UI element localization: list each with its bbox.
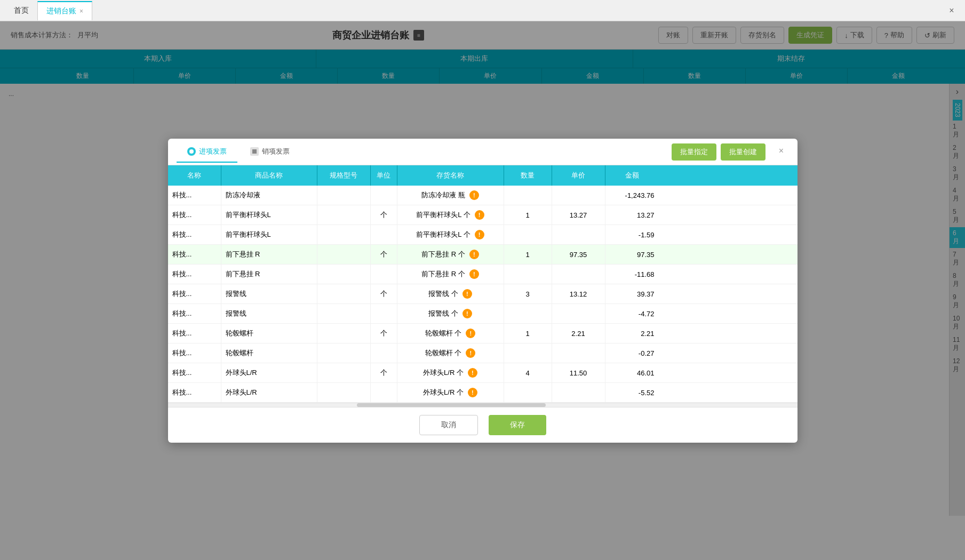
table-row: 科技... 报警线 报警线 个 ! -4.72 <box>168 304 797 324</box>
cell-price-7 <box>552 304 605 323</box>
warning-icon-5: ! <box>469 269 479 279</box>
batch-specify-button[interactable]: 批量指定 <box>672 143 716 161</box>
cell-amount-10: 46.01 <box>605 363 659 382</box>
cell-qty-4: 1 <box>504 245 552 264</box>
cell-unit-6: 个 <box>371 284 397 303</box>
cell-unit-7 <box>371 304 397 323</box>
save-button[interactable]: 保存 <box>489 415 546 435</box>
main-area: 销售成本计算方法： 月平均 商贸企业进销台账 ≡ 对账 重新开账 存货别名 生成… <box>0 21 965 560</box>
cell-amount-11: -5.52 <box>605 383 659 402</box>
col-header-spec: 规格型号 <box>317 165 371 186</box>
cell-qty-6: 3 <box>504 284 552 303</box>
horizontal-scrollbar[interactable] <box>168 403 797 407</box>
cell-spec-3 <box>317 225 371 244</box>
table-row: 科技... 前平衡杆球头L 前平衡杆球头L 个 ! -1.59 <box>168 225 797 245</box>
cell-stock-4: 前下悬挂 R 个 ! <box>397 245 504 264</box>
cell-name-1: 科技... <box>168 186 221 205</box>
cell-price-3 <box>552 225 605 244</box>
warning-icon-9: ! <box>466 348 475 358</box>
table-row: 科技... 轮毂螺杆 轮毂螺杆 个 ! -0.27 <box>168 343 797 363</box>
table-header-row: 名称 商品名称 规格型号 单位 存货名称 数量 单价 金额 <box>168 165 797 186</box>
cell-stock-8: 轮毂螺杆 个 ! <box>397 324 504 343</box>
cell-name-10: 科技... <box>168 363 221 382</box>
tab-home-label: 首页 <box>14 6 29 15</box>
table-row: 科技... 报警线 个 报警线 个 ! 3 13.12 39.37 <box>168 284 797 304</box>
cell-spec-2 <box>317 205 371 225</box>
cell-product-1: 防冻冷却液 <box>221 186 317 205</box>
cell-product-5: 前下悬挂 R <box>221 265 317 284</box>
warning-icon-4: ! <box>469 250 479 259</box>
warning-icon-1: ! <box>469 190 479 200</box>
dialog-tabs: 进项发票 销项发票 <box>177 141 300 163</box>
window-close-button[interactable]: × <box>944 3 960 19</box>
cell-amount-8: 2.21 <box>605 324 659 343</box>
cell-stock-5: 前下悬挂 R 个 ! <box>397 265 504 284</box>
col-header-price: 单价 <box>552 165 605 186</box>
cell-unit-1 <box>371 186 397 205</box>
cancel-button[interactable]: 取消 <box>419 415 478 435</box>
cell-spec-10 <box>317 363 371 382</box>
cell-price-11 <box>552 383 605 402</box>
warning-icon-6: ! <box>462 289 472 299</box>
dialog-overlay: 进项发票 销项发票 批量指定 批量创建 × <box>0 21 965 560</box>
cell-unit-9 <box>371 343 397 363</box>
cell-price-5 <box>552 265 605 284</box>
col-header-unit: 单位 <box>371 165 397 186</box>
cell-qty-7 <box>504 304 552 323</box>
cell-unit-10: 个 <box>371 363 397 382</box>
dialog-tab-purchase-label: 进项发票 <box>199 147 227 156</box>
cell-amount-2: 13.27 <box>605 205 659 225</box>
cell-amount-7: -4.72 <box>605 304 659 323</box>
tab-home[interactable]: 首页 <box>5 2 37 20</box>
cell-name-7: 科技... <box>168 304 221 323</box>
tab-ledger-close[interactable]: × <box>79 7 83 15</box>
tab-bar: 首页 进销台账 × × <box>0 0 965 21</box>
cell-spec-9 <box>317 343 371 363</box>
cell-price-6: 13.12 <box>552 284 605 303</box>
cell-qty-5 <box>504 265 552 284</box>
tab-ledger[interactable]: 进销台账 × <box>37 1 92 20</box>
warning-icon-10: ! <box>468 368 477 378</box>
cell-product-8: 轮毂螺杆 <box>221 324 317 343</box>
cell-name-4: 科技... <box>168 245 221 264</box>
cell-qty-1 <box>504 186 552 205</box>
table-row: 科技... 防冻冷却液 防冻冷却液 瓶 ! -1,243.76 <box>168 186 797 205</box>
cell-stock-3: 前平衡杆球头L 个 ! <box>397 225 504 244</box>
dialog-header: 进项发票 销项发票 批量指定 批量创建 × <box>168 139 797 165</box>
dialog-tab-purchase[interactable]: 进项发票 <box>177 141 237 163</box>
cell-qty-10: 4 <box>504 363 552 382</box>
cell-spec-5 <box>317 265 371 284</box>
sales-tab-icon <box>250 147 259 156</box>
tab-ledger-label: 进销台账 <box>46 6 76 16</box>
table-row: 科技... 外球头L/R 个 外球头L/R 个 ! 4 11.50 46.01 <box>168 363 797 383</box>
cell-name-9: 科技... <box>168 343 221 363</box>
batch-create-button[interactable]: 批量创建 <box>721 143 765 161</box>
cell-qty-9 <box>504 343 552 363</box>
cell-product-4: 前下悬挂 R <box>221 245 317 264</box>
cell-unit-2: 个 <box>371 205 397 225</box>
cell-qty-3 <box>504 225 552 244</box>
cell-price-1 <box>552 186 605 205</box>
table-row: 科技... 前下悬挂 R 前下悬挂 R 个 ! -11.68 <box>168 265 797 284</box>
dialog-tab-sales[interactable]: 销项发票 <box>240 141 300 163</box>
table-row: 科技... 外球头L/R 外球头L/R 个 ! -5.52 <box>168 383 797 403</box>
table-row: 科技... 轮毂螺杆 个 轮毂螺杆 个 ! 1 2.21 2.21 <box>168 324 797 343</box>
cell-qty-11 <box>504 383 552 402</box>
cell-amount-3: -1.59 <box>605 225 659 244</box>
cell-spec-6 <box>317 284 371 303</box>
cell-amount-6: 39.37 <box>605 284 659 303</box>
dialog-close-button[interactable]: × <box>774 143 789 158</box>
cell-stock-10: 外球头L/R 个 ! <box>397 363 504 382</box>
cell-spec-1 <box>317 186 371 205</box>
col-header-amount: 金额 <box>605 165 659 186</box>
scrollbar-thumb[interactable] <box>357 403 546 407</box>
cell-qty-2: 1 <box>504 205 552 225</box>
col-header-qty: 数量 <box>504 165 552 186</box>
cell-price-8: 2.21 <box>552 324 605 343</box>
table-row: 科技... 前平衡杆球头L 个 前平衡杆球头L 个 ! 1 13.27 13.2… <box>168 205 797 225</box>
cell-spec-11 <box>317 383 371 402</box>
cell-unit-4: 个 <box>371 245 397 264</box>
cell-spec-8 <box>317 324 371 343</box>
cell-stock-2: 前平衡杆球头L 个 ! <box>397 205 504 225</box>
purchase-tab-icon <box>187 147 196 156</box>
